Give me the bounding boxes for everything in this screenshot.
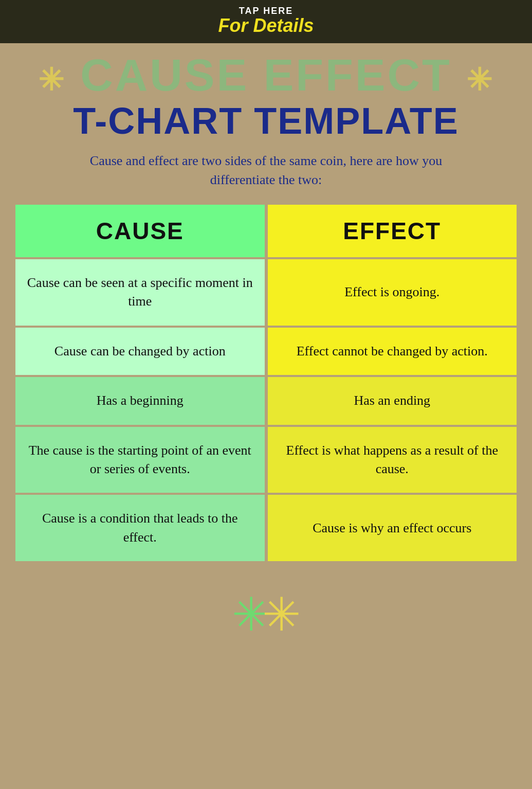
page-title: T-CHART TEMPLATE [15,102,517,141]
effect-cell-4: Cause is why an effect occurs [266,494,517,561]
asterisk-right-icon: ✳ [466,65,494,96]
cause-cell-2: Has a beginning [15,376,266,425]
top-banner[interactable]: TAP HERE For Details [0,0,532,43]
cause-cell-3: The cause is the starting point of an ev… [15,426,266,494]
table-row: Has a beginningHas an ending [15,376,517,425]
header-area: ✳ CAUSE EFFECT ✳ T-CHART TEMPLATE Cause … [0,43,532,189]
effect-cell-0: Effect is ongoing. [266,258,517,327]
table-row: The cause is the starting point of an ev… [15,426,517,494]
bottom-decoration: ✳ ✳ [0,577,532,659]
cause-cell-4: Cause is a condition that leads to the e… [15,494,266,561]
cause-effect-bg-text: ✳ CAUSE EFFECT ✳ [15,52,517,98]
tap-here-label: TAP HERE [0,6,532,15]
cause-cell-0: Cause can be seen at a specific moment i… [15,258,266,327]
subtitle-text: Cause and effect are two sides of the sa… [66,152,467,189]
cause-effect-text: CAUSE EFFECT [80,49,452,100]
table-header-row: CAUSE EFFECT [15,205,517,258]
asterisk-left-icon: ✳ [38,65,66,96]
effect-column-header: EFFECT [266,205,517,258]
cause-cell-1: Cause can be changed by action [15,327,266,376]
table-row: Cause can be changed by actionEffect can… [15,327,517,376]
cause-column-header: CAUSE [15,205,266,258]
for-details-label: For Details [0,15,532,36]
effect-cell-3: Effect is what happens as a result of th… [266,426,517,494]
table-body: Cause can be seen at a specific moment i… [15,258,517,561]
tchart-table: CAUSE EFFECT Cause can be seen at a spec… [15,205,517,561]
effect-cell-1: Effect cannot be changed by action. [266,327,517,376]
tchart-container: CAUSE EFFECT Cause can be seen at a spec… [15,205,517,561]
asterisk-bottom-yellow-icon: ✳ [262,592,301,638]
table-row: Cause can be seen at a specific moment i… [15,258,517,327]
effect-cell-2: Has an ending [266,376,517,425]
table-row: Cause is a condition that leads to the e… [15,494,517,561]
